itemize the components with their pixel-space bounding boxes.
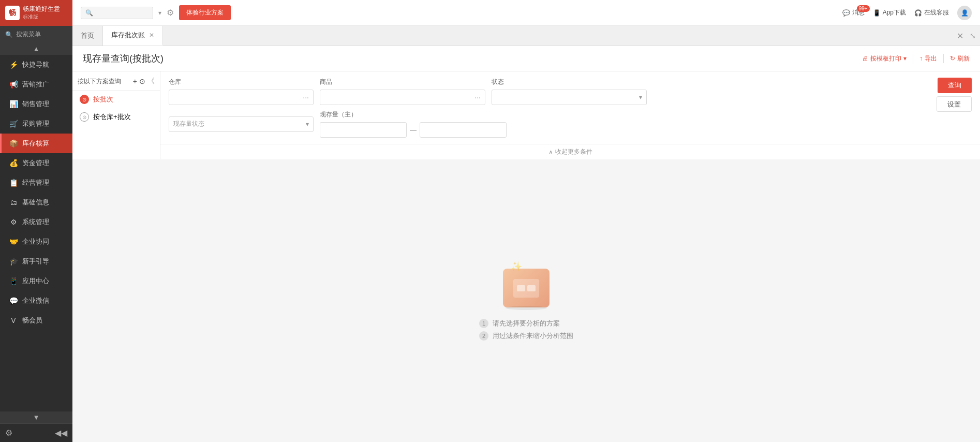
empty-hint-1: 1 请先选择要分析的方案 xyxy=(479,319,573,328)
app-center-icon: 📱 xyxy=(9,276,18,286)
sidebar-item-wechat[interactable]: 💬 企业微信 xyxy=(0,291,72,311)
refresh-btn[interactable]: ↻ 刷新 xyxy=(950,54,970,63)
warehouse-input[interactable] xyxy=(173,94,303,101)
sidebar-item-member[interactable]: V 畅会员 xyxy=(0,311,72,330)
filter-group-stock-status: 现存量状态 ▾ xyxy=(169,116,314,132)
quick-nav-icon: ⚡ xyxy=(9,60,18,69)
online-support-btn[interactable]: 🎧 在线客服 xyxy=(914,8,949,17)
user-avatar[interactable]: 👤 xyxy=(957,6,972,20)
filter-row-1: 仓库 ··· 商品 ··· xyxy=(169,78,928,105)
hint1-text: 请先选择要分析的方案 xyxy=(493,319,560,328)
tab-close-btn[interactable]: ✕ xyxy=(149,32,154,38)
topbar-search-input[interactable] xyxy=(95,9,147,17)
warehouse-input-wrap[interactable]: ··· xyxy=(169,90,314,105)
sidebar-item-newbie[interactable]: 🎓 新手引导 xyxy=(0,252,72,271)
scheme-item-batch[interactable]: ⊙ 按批次 xyxy=(72,91,160,108)
warehouse-more-icon[interactable]: ··· xyxy=(303,93,309,101)
sidebar-nav: ⚡ 快捷导航 📢 营销推广 📊 销售管理 🛒 采购管理 📦 库存核算 💰 资金管… xyxy=(0,55,72,411)
export-btn[interactable]: ↑ 导出 xyxy=(919,54,937,63)
inventory-icon: 📦 xyxy=(9,139,18,148)
filter-area: 按以下方案查询 + ⊙ 《 ⊙ 按批次 ⊙ 按仓库+批次 xyxy=(72,71,980,159)
member-icon: V xyxy=(9,316,18,325)
print-icon: 🖨 xyxy=(862,55,868,62)
app-download-label: App下载 xyxy=(883,8,906,17)
query-btn[interactable]: 查询 xyxy=(938,78,972,93)
export-icon: ↑ xyxy=(919,55,923,62)
sidebar-item-system[interactable]: ⚙ 系统管理 xyxy=(0,212,72,232)
sidebar-search-menu[interactable]: 🔍 搜索菜单 xyxy=(0,26,72,43)
sidebar-item-sales[interactable]: 📊 销售管理 xyxy=(0,94,72,114)
stock-qty-min-input[interactable] xyxy=(324,126,402,134)
stock-qty-min-wrap[interactable] xyxy=(320,122,407,138)
newbie-icon: 🎓 xyxy=(9,257,18,266)
sidebar-item-marketing[interactable]: 📢 营销推广 xyxy=(0,75,72,94)
sidebar-item-label: 企业微信 xyxy=(22,296,49,305)
tab-expand-btn[interactable]: ⤡ xyxy=(970,32,976,40)
product-label: 商品 xyxy=(320,78,485,86)
filter-right: 仓库 ··· 商品 ··· xyxy=(160,71,980,159)
product-input-wrap[interactable]: ··· xyxy=(320,90,485,105)
print-dropdown-icon[interactable]: ▾ xyxy=(903,55,907,62)
stock-qty-dash: — xyxy=(410,126,417,134)
sidebar-item-finance[interactable]: 💰 资金管理 xyxy=(0,153,72,173)
scheme-add-btn[interactable]: + xyxy=(133,77,137,85)
empty-box xyxy=(503,269,550,307)
refresh-icon: ↻ xyxy=(950,55,955,62)
topbar-dropdown-icon[interactable]: ▾ xyxy=(158,9,161,17)
settings-btn[interactable]: 设置 xyxy=(937,96,972,112)
sidebar-scroll-down[interactable]: ▼ xyxy=(0,411,72,423)
scheme-warehouse-batch-label: 按仓库+批次 xyxy=(93,112,131,122)
trial-btn[interactable]: 体验行业方案 xyxy=(179,5,231,20)
tab-home[interactable]: 首页 xyxy=(72,26,103,46)
empty-box-eye-left xyxy=(517,285,525,291)
sidebar-item-base[interactable]: 🗂 基础信息 xyxy=(0,193,72,212)
warehouse-label: 仓库 xyxy=(169,78,314,86)
topbar-search-icon: 🔍 xyxy=(85,9,93,17)
filter-fields: 仓库 ··· 商品 ··· xyxy=(160,71,937,144)
product-input[interactable] xyxy=(324,94,474,101)
tab-area-close-btn[interactable]: ✕ xyxy=(955,31,966,41)
empty-hints: 1 请先选择要分析的方案 2 用过滤条件来缩小分析范围 xyxy=(479,319,573,341)
hint2-num: 2 xyxy=(479,331,488,341)
sidebar-scroll-up[interactable]: ▲ xyxy=(0,43,72,55)
system-icon: ⚙ xyxy=(9,217,18,227)
stock-status-select[interactable]: 现存量状态 ▾ xyxy=(169,116,314,132)
status-label: 状态 xyxy=(492,78,647,86)
sidebar-item-inventory[interactable]: 📦 库存核算 xyxy=(0,134,72,153)
sidebar-item-quick-nav[interactable]: ⚡ 快捷导航 xyxy=(0,55,72,75)
status-select[interactable]: ▾ xyxy=(492,90,647,105)
scheme-settings-btn[interactable]: ⊙ xyxy=(139,77,145,85)
page-actions: 🖨 按模板打印 ▾ ↑ 导出 ↻ 刷新 xyxy=(862,54,970,63)
sidebar-item-app-center[interactable]: 📱 应用中心 xyxy=(0,271,72,291)
collapse-row[interactable]: ∧ 收起更多条件 xyxy=(160,144,980,159)
sidebar-settings-btn[interactable]: ⚙ xyxy=(5,428,12,438)
topbar-search-box[interactable]: 🔍 xyxy=(81,7,153,19)
sidebar-item-enterprise[interactable]: 🤝 企业协同 xyxy=(0,232,72,252)
stock-qty-max-wrap[interactable] xyxy=(420,122,507,138)
product-more-icon[interactable]: ··· xyxy=(474,93,481,101)
scheme-item-warehouse-batch[interactable]: ⊙ 按仓库+批次 xyxy=(72,108,160,126)
hint2-text: 用过滤条件来缩小分析范围 xyxy=(493,331,573,341)
marketing-icon: 📢 xyxy=(9,80,18,89)
main-area: 🔍 ▾ ⚙ 体验行业方案 💬 消息 99+ 📱 App下载 🎧 在线客服 👤 xyxy=(72,0,980,442)
filter-row-2: 现存量状态 ▾ 现存量（主） — xyxy=(169,110,928,138)
sidebar-collapse-btn[interactable]: ◀◀ xyxy=(55,428,67,438)
messages-btn[interactable]: 💬 消息 99+ xyxy=(842,8,865,17)
stock-qty-range: — xyxy=(320,122,507,138)
query-btns-area: 查询 设置 xyxy=(937,71,980,144)
sidebar-item-label: 畅会员 xyxy=(22,316,42,325)
sidebar-item-label: 基础信息 xyxy=(22,198,49,207)
sidebar-item-operations[interactable]: 📋 经营管理 xyxy=(0,173,72,193)
app-download-btn[interactable]: 📱 App下载 xyxy=(873,8,906,17)
collapse-label: 收起更多条件 xyxy=(555,148,592,156)
sidebar-item-purchase[interactable]: 🛒 采购管理 xyxy=(0,114,72,134)
stock-qty-label: 现存量（主） xyxy=(320,110,507,119)
purchase-icon: 🛒 xyxy=(9,119,18,128)
topbar-gear-icon[interactable]: ⚙ xyxy=(167,8,174,18)
page-header: 现存量查询(按批次) 🖨 按模板打印 ▾ ↑ 导出 ↻ 刷新 xyxy=(72,46,980,71)
stock-qty-max-input[interactable] xyxy=(424,126,502,134)
tabs-right-area: ✕ ⤡ xyxy=(955,26,980,46)
print-btn[interactable]: 🖨 按模板打印 ▾ xyxy=(862,54,907,63)
scheme-collapse-btn[interactable]: 《 xyxy=(147,77,155,86)
tab-inventory-batch[interactable]: 库存批次账 ✕ xyxy=(103,26,163,46)
